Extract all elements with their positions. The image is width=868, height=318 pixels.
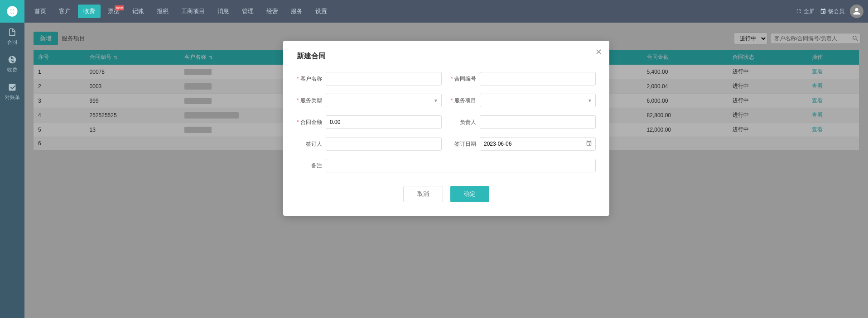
nav-operate[interactable]: 经营 xyxy=(261,5,284,18)
new-badge: new xyxy=(115,5,124,10)
service-item-select[interactable] xyxy=(480,94,596,107)
form-row-3: 合同金额 负责人 xyxy=(297,115,596,129)
responsible-input[interactable] xyxy=(480,115,596,129)
cancel-button[interactable]: 取消 xyxy=(403,186,443,202)
notes-group: 备注 xyxy=(297,159,596,172)
contract-no-group: 合同编号 xyxy=(451,72,596,85)
signer-label: 签订人 xyxy=(297,140,322,148)
sign-date-group: 签订日期 xyxy=(451,137,596,151)
nav-settings[interactable]: 设置 xyxy=(310,5,333,18)
notes-input[interactable] xyxy=(326,159,596,172)
contract-amount-input[interactable] xyxy=(326,115,442,129)
nav-invoice[interactable]: 票据 new xyxy=(102,5,125,18)
customer-name-input[interactable] xyxy=(326,72,442,85)
modal-title: 新建合同 xyxy=(297,52,596,61)
sidebar-item-contract[interactable]: 合同 xyxy=(0,23,24,50)
contract-icon xyxy=(7,27,17,37)
contract-no-input[interactable] xyxy=(480,72,596,85)
sign-date-label: 签订日期 xyxy=(451,140,476,148)
form-row-4: 签订人 签订日期 xyxy=(297,137,596,151)
sidebar-item-billing[interactable]: 收费 xyxy=(0,50,24,78)
signer-input[interactable] xyxy=(326,137,442,151)
sign-date-wrapper xyxy=(480,137,596,151)
calendar-icon[interactable] xyxy=(586,140,592,148)
billing-icon xyxy=(7,55,17,65)
responsible-label: 负责人 xyxy=(451,119,476,126)
service-type-label: 服务类型 xyxy=(297,97,322,104)
customer-name-label: 客户名称 xyxy=(297,75,322,83)
contract-amount-group: 合同金额 xyxy=(297,115,442,129)
form-row-2: 服务类型 ▼ 服务项目 xyxy=(297,94,596,107)
top-navigation: 首页 客户 收费 票据 new 记账 报税 工商项目 消息 管理 经营 服务 设… xyxy=(24,0,868,23)
reconcile-icon xyxy=(7,82,17,92)
nav-tax[interactable]: 报税 xyxy=(151,5,174,18)
nav-message[interactable]: 消息 xyxy=(212,5,235,18)
user-avatar[interactable] xyxy=(850,5,863,18)
signer-group: 签订人 xyxy=(297,137,442,151)
main-content: 首页 客户 收费 票据 new 记账 报税 工商项目 消息 管理 经营 服务 设… xyxy=(24,0,868,318)
confirm-button[interactable]: 确定 xyxy=(450,186,489,202)
modal-footer: 取消 确定 xyxy=(297,186,596,202)
service-item-group: 服务项目 ▼ xyxy=(451,94,596,107)
service-type-select[interactable] xyxy=(326,94,442,107)
form-row-1: 客户名称 合同编号 xyxy=(297,72,596,85)
sign-date-input[interactable] xyxy=(480,137,596,151)
contract-no-label: 合同编号 xyxy=(451,75,476,83)
nav-billing[interactable]: 收费 xyxy=(78,5,101,18)
service-item-label: 服务项目 xyxy=(451,97,476,104)
sidebar: 合同 收费 对账单 xyxy=(0,0,24,318)
sidebar-item-label: 合同 xyxy=(7,39,17,46)
notes-label: 备注 xyxy=(297,162,322,170)
sidebar-item-reconcile[interactable]: 对账单 xyxy=(0,78,24,105)
form-row-5: 备注 xyxy=(297,159,596,172)
nav-manage[interactable]: 管理 xyxy=(236,5,259,18)
contract-amount-label: 合同金额 xyxy=(297,119,322,126)
new-contract-modal: ✕ 新建合同 客户名称 合同编号 服务类型 xyxy=(283,41,609,216)
nav-home[interactable]: 首页 xyxy=(29,5,52,18)
service-type-wrapper: ▼ xyxy=(326,94,442,107)
nav-customer[interactable]: 客户 xyxy=(53,5,76,18)
nav-right-actions: 全屏 畅会员 xyxy=(796,5,863,18)
nav-bookkeeping[interactable]: 记账 xyxy=(127,5,149,18)
page-body: 新增 服务项目 进行中 已完成 已终止 序号 合同编号 ⇅ xyxy=(24,23,868,318)
member-button[interactable]: 畅会员 xyxy=(820,8,844,15)
nav-service[interactable]: 服务 xyxy=(285,5,308,18)
modal-close-button[interactable]: ✕ xyxy=(595,47,602,57)
service-type-group: 服务类型 ▼ xyxy=(297,94,442,107)
app-logo[interactable] xyxy=(0,0,24,23)
fullscreen-button[interactable]: 全屏 xyxy=(796,8,815,15)
sidebar-item-label: 收费 xyxy=(7,66,17,73)
responsible-group: 负责人 xyxy=(451,115,596,129)
sidebar-item-label: 对账单 xyxy=(5,94,20,101)
modal-overlay: ✕ 新建合同 客户名称 合同编号 服务类型 xyxy=(24,23,868,318)
customer-name-group: 客户名称 xyxy=(297,72,442,85)
nav-business[interactable]: 工商项目 xyxy=(176,5,210,18)
service-item-wrapper: ▼ xyxy=(480,94,596,107)
